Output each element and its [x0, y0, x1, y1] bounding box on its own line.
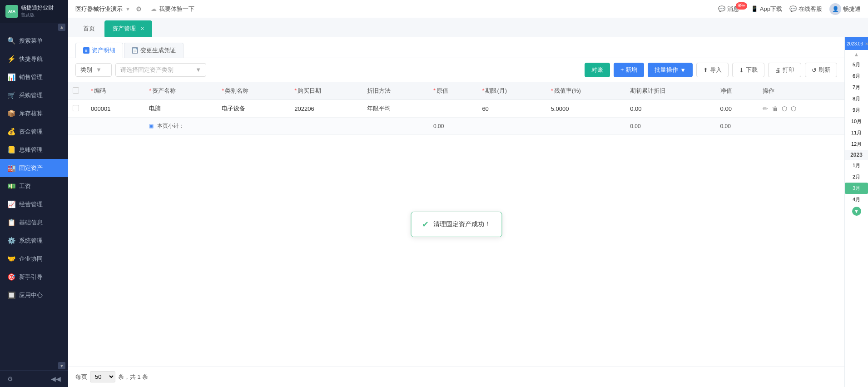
sidebar-item-label: 应用中心	[19, 291, 43, 299]
category-placeholder: 请选择固定资产类别	[120, 66, 174, 74]
asset-table: *编码 *资产名称 *类别名称 *购买日期 折旧方法 *原值 *期限(月) *残…	[68, 82, 844, 135]
new-label: + 新增	[620, 66, 637, 74]
more-icon[interactable]: ⬡	[791, 105, 796, 112]
calendar-month-5[interactable]: 5月	[845, 59, 868, 70]
calendar-month-7[interactable]: 7月	[845, 82, 868, 93]
online-service-btn[interactable]: 💬 在线客服	[789, 5, 822, 13]
per-page-select[interactable]: 50 100 200	[90, 371, 115, 382]
calendar-month-11[interactable]: 11月	[845, 127, 868, 139]
settings-icon[interactable]: ⚙	[7, 375, 13, 382]
app-download-btn[interactable]: 📱 App下载	[751, 5, 782, 13]
sidebar-item-wage[interactable]: 💵 工资	[0, 177, 68, 195]
calendar-header: 2023.03 ✕ ⤢	[845, 37, 868, 50]
sidebar-item-funds[interactable]: 💰 资金管理	[0, 123, 68, 141]
th-original-value: *原值	[429, 82, 477, 100]
tab-home[interactable]: 首页	[75, 20, 103, 37]
app-logo-text-group: 畅捷通好业财 普及版	[21, 5, 54, 18]
ledger-icon: 📒	[7, 146, 15, 154]
sidebar-scroll-up[interactable]: ▲	[58, 24, 65, 31]
import-button[interactable]: ⬆ 导入	[696, 63, 729, 77]
sidebar-item-system[interactable]: ⚙️ 系统管理	[0, 232, 68, 250]
list-icon: ≡	[83, 47, 89, 54]
user-menu[interactable]: 👤 畅捷通	[829, 3, 861, 15]
toast-check-icon: ✔	[422, 219, 429, 229]
sidebar-item-basic[interactable]: 📋 基础信息	[0, 213, 68, 232]
topbar: 医疗器械行业演示 ▼ ⚙ ☁ 我要体验一下 💬 消息 99+ 📱 App下载 💬…	[68, 0, 868, 18]
sidebar-item-apps[interactable]: 🔲 应用中心	[0, 286, 68, 304]
sidebar-item-sales[interactable]: 📊 销售管理	[0, 68, 68, 86]
row-checkbox[interactable]	[73, 105, 79, 111]
refresh-button[interactable]: ↺ 刷新	[805, 63, 837, 77]
calendar-month-9[interactable]: 9月	[845, 104, 868, 116]
company-dropdown-icon: ▼	[125, 6, 130, 12]
sidebar-item-search[interactable]: 🔍 搜索菜单	[0, 32, 68, 50]
copy-icon[interactable]: ⬡	[782, 105, 787, 112]
calendar-month-10[interactable]: 10月	[845, 116, 868, 127]
category-value-filter[interactable]: 请选择固定资产类别 ▼	[115, 63, 206, 77]
print-label: 打印	[783, 66, 794, 74]
delete-icon[interactable]: 🗑	[772, 105, 778, 112]
download-button[interactable]: ⬇ 下载	[732, 63, 764, 77]
subtab-asset-list[interactable]: ≡ 资产明细	[75, 43, 123, 58]
sidebar-item-label: 企业协同	[19, 255, 43, 263]
batch-ops-label: 批量操作	[655, 66, 678, 74]
sidebar-item-guide[interactable]: 🎯 新手引导	[0, 268, 68, 286]
sidebar-item-shortcut[interactable]: ⚡ 快捷导航	[0, 50, 68, 68]
batch-ops-button[interactable]: 批量操作 ▼	[648, 63, 693, 77]
experience-btn[interactable]: ☁ 我要体验一下	[151, 5, 194, 13]
new-button[interactable]: + 新增	[614, 63, 644, 77]
calendar-month-12[interactable]: 12月	[845, 139, 868, 150]
scroll-down-nav: ▼	[845, 205, 868, 217]
calendar-month-2[interactable]: 2月	[845, 171, 868, 183]
sidebar-logo: AtA 畅捷通好业财 普及版	[0, 0, 68, 23]
sidebar-item-label: 总账管理	[19, 146, 43, 154]
sidebar-item-inventory[interactable]: 📦 库存核算	[0, 104, 68, 123]
app-sub: 普及版	[21, 12, 54, 18]
calendar-month-6[interactable]: 6月	[845, 70, 868, 82]
calendar-close-icon[interactable]: ✕	[863, 40, 868, 47]
table-row: 000001 电脑 电子设备 202206 年限平均 60 5.0000 0.0…	[68, 100, 844, 118]
sidebar-item-purchase[interactable]: 🛒 采购管理	[0, 86, 68, 104]
tab-asset[interactable]: 资产管理 ✕	[104, 20, 152, 37]
sidebar-item-fixed-assets[interactable]: 🏭 固定资产	[0, 159, 68, 177]
td-category: 电子设备	[217, 100, 290, 118]
reconcile-button[interactable]: 对账	[585, 63, 610, 77]
sidebar-item-ledger[interactable]: 📒 总账管理	[0, 141, 68, 159]
scroll-down-circle-btn[interactable]: ▼	[852, 207, 861, 216]
username: 畅捷通	[843, 5, 861, 13]
print-button[interactable]: 🖨 打印	[768, 63, 801, 77]
funds-icon: 💰	[7, 128, 15, 136]
print-icon: 🖨	[775, 67, 781, 74]
subtotal-net-value: 0.00	[720, 123, 731, 129]
company-selector[interactable]: 医疗器械行业演示 ▼	[75, 5, 130, 13]
td-residual: 5.0000	[546, 100, 626, 118]
subtotal-accumulated: 0.00	[625, 118, 715, 135]
calendar-month-8[interactable]: 8月	[845, 93, 868, 104]
toast-message: 清理固定资产成功！	[433, 220, 491, 228]
category-value-dropdown-icon: ▼	[195, 66, 201, 73]
collapse-icon[interactable]: ◀◀	[51, 375, 61, 382]
calendar-month-3-current[interactable]: 3月	[845, 183, 868, 194]
category-filter[interactable]: 类别 ▼	[75, 63, 112, 77]
select-all-checkbox[interactable]	[73, 87, 79, 94]
sidebar-nav: 🔍 搜索菜单 ⚡ 快捷导航 📊 销售管理 🛒 采购管理 📦 库存核算 💰 资金管…	[0, 32, 68, 361]
experience-label: 我要体验一下	[159, 5, 194, 13]
topbar-gear-icon[interactable]: ⚙	[136, 5, 142, 13]
sidebar-item-operations[interactable]: 📈 经营管理	[0, 195, 68, 213]
asset-table-wrap: *编码 *资产名称 *类别名称 *购买日期 折旧方法 *原值 *期限(月) *残…	[68, 82, 844, 366]
messages-btn[interactable]: 💬 消息 99+	[718, 5, 744, 13]
calendar-month-1[interactable]: 1月	[845, 160, 868, 171]
sidebar-item-label: 采购管理	[19, 91, 43, 99]
cloud-icon: ☁	[151, 5, 157, 12]
row-purchase-date: 202206	[294, 105, 314, 112]
sidebar-scroll-down[interactable]: ▼	[58, 362, 65, 369]
tab-close-icon[interactable]: ✕	[140, 26, 144, 31]
scroll-up-icon[interactable]: ▲	[854, 51, 859, 58]
sidebar-bottom: ⚙ ◀◀	[0, 370, 68, 387]
subtab-voucher[interactable]: 📄 变更生成凭证	[124, 43, 184, 58]
calendar-month-4[interactable]: 4月	[845, 194, 868, 205]
td-purchase-date: 202206	[290, 100, 362, 118]
online-service-label: 在线客服	[799, 5, 822, 13]
sidebar-item-enterprise[interactable]: 🤝 企业协同	[0, 250, 68, 268]
edit-icon[interactable]: ✏	[763, 105, 768, 112]
